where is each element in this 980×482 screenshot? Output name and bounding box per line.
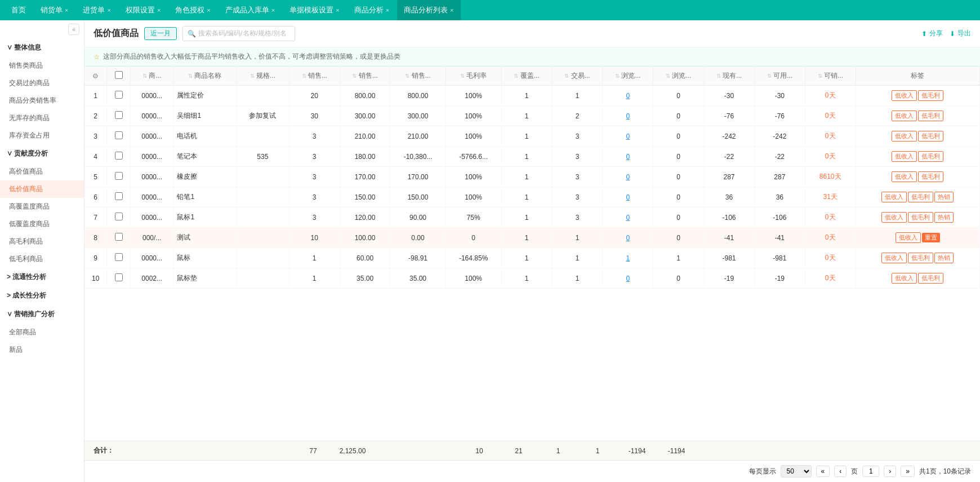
sidebar-item-商品分类销售率[interactable]: 商品分类销售率 bbox=[0, 92, 84, 109]
cell-browse1[interactable]: 0 bbox=[603, 147, 653, 167]
nav-item-销货单[interactable]: 销货单 × bbox=[34, 0, 75, 20]
table-row: 20000...吴细细1参加复试30300.00300.00100%1200-7… bbox=[84, 106, 980, 126]
nav-item-商品分析列表[interactable]: 商品分析列表 × bbox=[397, 0, 460, 20]
sidebar-item-低覆盖度商品[interactable]: 低覆盖度商品 bbox=[0, 215, 84, 233]
cell-checkbox[interactable] bbox=[107, 86, 131, 106]
cell-browse2: 0 bbox=[653, 147, 704, 167]
nav-item-单据模板设置[interactable]: 单据模板设置 × bbox=[283, 0, 346, 20]
cell-current: -981 bbox=[704, 248, 755, 268]
cell-browse1[interactable]: 0 bbox=[603, 187, 653, 207]
search-box[interactable]: 🔍 搜索条码/编码/名称/规格/别名 bbox=[182, 26, 295, 41]
sidebar-section-title[interactable]: > 成长性分析 bbox=[0, 286, 84, 305]
sidebar-item-全部商品[interactable]: 全部商品 bbox=[0, 324, 84, 341]
pagination-bar: 每页显示 50 100 « ‹ 页 › » 共1页，10条记录 bbox=[84, 460, 980, 482]
sidebar-item-销售类商品[interactable]: 销售类商品 bbox=[0, 57, 84, 74]
cell-browse1[interactable]: 0 bbox=[603, 207, 653, 228]
cell-checkbox[interactable] bbox=[107, 106, 131, 126]
nav-item-进货单[interactable]: 进货单 × bbox=[76, 0, 117, 20]
cell-browse1[interactable]: 0 bbox=[603, 167, 653, 187]
sidebar-item-交易过的商品[interactable]: 交易过的商品 bbox=[0, 74, 84, 92]
cell-trade: 3 bbox=[552, 126, 603, 147]
sidebar-item-低价值商品[interactable]: 低价值商品 bbox=[0, 180, 84, 198]
cell-checkbox[interactable] bbox=[107, 228, 131, 248]
cell-tags: 低收入低毛利热销 bbox=[856, 207, 979, 228]
col-saleable: ⇅ 可销... bbox=[805, 67, 856, 86]
next-page-button[interactable]: › bbox=[884, 466, 896, 477]
cell-tags: 低收入低毛利 bbox=[856, 167, 979, 187]
tag-低收入: 低收入 bbox=[892, 273, 917, 284]
cell-gross-rate: 100% bbox=[446, 167, 501, 187]
col-checkbox[interactable] bbox=[107, 67, 131, 86]
tag-低收入: 低收入 bbox=[892, 171, 917, 182]
cell-browse1[interactable]: 0 bbox=[603, 228, 653, 248]
cell-code: 000/... bbox=[130, 228, 173, 248]
cell-coverage: 1 bbox=[501, 187, 552, 207]
cell-sales-amount: -98.91 bbox=[390, 248, 446, 268]
export-button[interactable]: ⬇ 导出 bbox=[950, 29, 971, 38]
nav-close-icon[interactable]: × bbox=[271, 7, 275, 14]
sidebar-item-高覆盖度商品[interactable]: 高覆盖度商品 bbox=[0, 198, 84, 215]
nav-close-icon[interactable]: × bbox=[157, 7, 161, 14]
cell-checkbox[interactable] bbox=[107, 268, 131, 289]
tag-低毛利: 低毛利 bbox=[918, 110, 943, 121]
cell-code: 0000... bbox=[130, 207, 173, 228]
filter-button[interactable]: 近一月 bbox=[144, 27, 177, 40]
cell-browse1[interactable]: 1 bbox=[603, 248, 653, 268]
cell-browse1[interactable]: 0 bbox=[603, 268, 653, 289]
cell-saleable: 0天 bbox=[805, 268, 856, 289]
cell-checkbox[interactable] bbox=[107, 126, 131, 147]
nav-close-icon[interactable]: × bbox=[207, 7, 210, 14]
cell-code: 0002... bbox=[130, 268, 173, 289]
share-button[interactable]: ⬆ 分享 bbox=[921, 29, 943, 38]
cell-browse1[interactable]: 0 bbox=[603, 106, 653, 126]
sidebar-item-无库存的商品[interactable]: 无库存的商品 bbox=[0, 109, 84, 127]
cell-spec: 535 bbox=[236, 147, 289, 167]
cell-browse1[interactable]: 0 bbox=[603, 126, 653, 147]
col-settings[interactable]: ⚙ bbox=[84, 67, 107, 86]
cell-browse2: 0 bbox=[653, 167, 704, 187]
sidebar-item-高价值商品[interactable]: 高价值商品 bbox=[0, 163, 84, 180]
nav-close-icon[interactable]: × bbox=[336, 7, 339, 14]
cell-num: 6 bbox=[84, 187, 107, 207]
nav-close-icon[interactable]: × bbox=[450, 7, 453, 14]
first-page-button[interactable]: « bbox=[816, 466, 830, 477]
page-number-input[interactable] bbox=[862, 466, 879, 477]
nav-item-产成品入库单[interactable]: 产成品入库单 × bbox=[219, 0, 282, 20]
cell-name: 属性定价 bbox=[173, 86, 236, 106]
sidebar-section-title[interactable]: > 流通性分析 bbox=[0, 268, 84, 286]
sidebar-item-高毛利商品[interactable]: 高毛利商品 bbox=[0, 233, 84, 250]
page-size-select[interactable]: 50 100 bbox=[781, 465, 812, 477]
table-row: 8000/...测试10100.000.0001100-41-410天低收入重置 bbox=[84, 228, 980, 248]
cell-sales-amount: 90.00 bbox=[390, 207, 446, 228]
cell-current: -41 bbox=[704, 228, 755, 248]
sidebar-section-title[interactable]: ∨ 整体信息 bbox=[0, 38, 84, 57]
nav-item-首页[interactable]: 首页 bbox=[5, 0, 33, 20]
nav-close-icon[interactable]: × bbox=[386, 7, 389, 14]
cell-spec bbox=[236, 126, 289, 147]
cell-checkbox[interactable] bbox=[107, 167, 131, 187]
sidebar-item-低毛利商品[interactable]: 低毛利商品 bbox=[0, 250, 84, 268]
cell-checkbox[interactable] bbox=[107, 248, 131, 268]
nav-close-icon[interactable]: × bbox=[65, 7, 68, 14]
cell-browse1[interactable]: 0 bbox=[603, 86, 653, 106]
nav-item-角色授权[interactable]: 角色授权 × bbox=[168, 0, 217, 20]
cell-tags: 低收入低毛利 bbox=[856, 106, 979, 126]
page-title: 低价值商品 bbox=[93, 28, 139, 39]
nav-item-权限设置[interactable]: 权限设置 × bbox=[119, 0, 167, 20]
cell-saleable: 0天 bbox=[805, 106, 856, 126]
cell-checkbox[interactable] bbox=[107, 147, 131, 167]
cell-checkbox[interactable] bbox=[107, 187, 131, 207]
nav-item-商品分析[interactable]: 商品分析 × bbox=[348, 0, 396, 20]
col-trade: ⇅ 交易... bbox=[552, 67, 603, 86]
last-page-button[interactable]: » bbox=[901, 466, 915, 477]
sidebar-section-title[interactable]: ∨ 贡献度分析 bbox=[0, 144, 84, 163]
cell-tags: 低收入低毛利 bbox=[856, 126, 979, 147]
sidebar-section-title[interactable]: ∨ 营销推广分析 bbox=[0, 305, 84, 324]
sidebar-item-新品[interactable]: 新品 bbox=[0, 341, 84, 359]
sidebar-collapse-button[interactable]: « bbox=[68, 24, 79, 35]
sidebar-item-库存资金占用[interactable]: 库存资金占用 bbox=[0, 127, 84, 144]
cell-checkbox[interactable] bbox=[107, 207, 131, 228]
prev-page-button[interactable]: ‹ bbox=[834, 466, 847, 477]
nav-close-icon[interactable]: × bbox=[107, 7, 110, 14]
cell-sales-price: 300.00 bbox=[340, 106, 390, 126]
